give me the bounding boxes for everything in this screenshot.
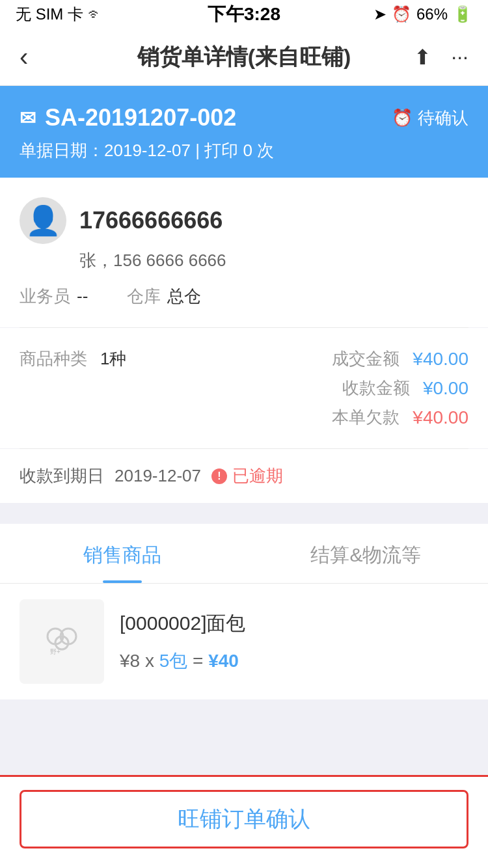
received-amount-row: 收款金额 ¥0.00 [342, 377, 468, 400]
unit-price: ¥8 [120, 651, 140, 671]
overdue-dot-icon: ! [211, 468, 227, 484]
confirm-order-button[interactable]: 旺铺订单确认 [20, 790, 468, 848]
order-banner: ✉ SA-20191207-002 ⏰ 待确认 单据日期：2019-12-07 … [0, 86, 488, 178]
product-quantity: 5包 [159, 651, 188, 671]
customer-contact: 张，156 6666 6666 [79, 249, 468, 272]
location-icon: ➤ [373, 5, 386, 23]
warehouse-label: 仓库 [127, 285, 161, 308]
no-sim-text: 无 SIM 卡 ᯤ [16, 4, 103, 25]
svg-text:野+: 野+ [50, 648, 61, 655]
due-date-value: 2019-12-07 [115, 466, 201, 486]
due-date-label: 收款到期日 [20, 465, 104, 487]
order-status: ⏰ 待确认 [392, 107, 468, 129]
customer-phone: 17666666666 [79, 207, 223, 234]
order-id: ✉ SA-20191207-002 [20, 104, 236, 131]
salesperson-label: 业务员 [20, 285, 70, 308]
svg-point-2 [55, 636, 68, 649]
envelope-icon: ✉ [20, 107, 36, 129]
user-icon: 👤 [25, 204, 61, 237]
tab-products[interactable]: 销售商品 [0, 524, 244, 583]
price-multiply: x [145, 651, 159, 671]
tab-settlement-label: 结算&物流等 [310, 544, 421, 565]
customer-section: 👤 17666666666 张，156 6666 6666 业务员 -- 仓库 … [0, 178, 488, 327]
deal-amount-row: 成交金额 ¥40.00 [332, 347, 468, 370]
confirm-button-wrap: 旺铺订单确认 [0, 775, 488, 868]
page-title: 销货单详情(来自旺铺) [137, 42, 351, 72]
status-text: 待确认 [418, 107, 468, 129]
nav-actions: ⬆ ··· [414, 45, 468, 70]
back-button[interactable]: ‹ [20, 42, 41, 72]
product-details: [0000002]面包 ¥8 x 5包 = ¥40 [120, 610, 468, 673]
summary-section: 商品种类 1种 成交金额 ¥40.00 收款金额 ¥0.00 本单欠款 ¥40.… [0, 328, 488, 448]
salesperson-field: 业务员 -- [20, 285, 88, 308]
warehouse-field: 仓库 总仓 [127, 285, 201, 308]
customer-meta: 业务员 -- 仓库 总仓 [20, 285, 468, 308]
owed-amount-label: 本单欠款 [332, 406, 400, 429]
due-date-section: 收款到期日 2019-12-07 ! 已逾期 [0, 449, 488, 503]
more-icon[interactable]: ··· [451, 45, 468, 69]
tab-products-label: 销售商品 [83, 544, 161, 565]
price-equals: = [193, 651, 208, 671]
avatar: 👤 [20, 197, 66, 244]
order-date: 单据日期：2019-12-07 | 打印 0 次 [20, 139, 468, 162]
category-info: 商品种类 1种 [20, 347, 332, 370]
received-amount-value: ¥0.00 [423, 378, 468, 399]
product-thumbnail: 野+ [20, 599, 104, 684]
deal-amount-value: ¥40.00 [413, 349, 468, 370]
overdue-badge: ! 已逾期 [211, 465, 283, 487]
product-price: ¥8 x 5包 = ¥40 [120, 649, 468, 673]
banner-top: ✉ SA-20191207-002 ⏰ 待确认 [20, 104, 468, 131]
status-bar: 无 SIM 卡 ᯤ 下午3:28 ➤ ⏰ 66% 🔋 [0, 0, 488, 29]
clock-icon: ⏰ [392, 108, 413, 128]
section-divider-3 [0, 503, 488, 513]
amounts-info: 成交金额 ¥40.00 收款金额 ¥0.00 本单欠款 ¥40.00 [332, 347, 468, 429]
received-amount-label: 收款金额 [342, 377, 410, 400]
owed-amount-row: 本单欠款 ¥40.00 [332, 406, 468, 429]
status-left: 无 SIM 卡 ᯤ [16, 4, 103, 25]
overdue-text: 已逾期 [232, 465, 283, 487]
category-label: 商品种类 [20, 347, 87, 370]
product-thumb-logo: 野+ [36, 620, 88, 664]
product-item: 野+ [0000002]面包 ¥8 x 5包 = ¥40 [0, 584, 488, 699]
battery-icon: 🔋 [453, 5, 472, 23]
alarm-icon: ⏰ [392, 5, 411, 23]
salesperson-value: -- [77, 286, 88, 306]
battery-text: 66% [416, 5, 448, 23]
status-time: 下午3:28 [208, 2, 280, 27]
tabs-section: 销售商品 结算&物流等 [0, 524, 488, 584]
product-total: ¥40 [208, 651, 239, 671]
deal-amount-label: 成交金额 [332, 347, 400, 370]
warehouse-value: 总仓 [167, 285, 201, 308]
product-name: [0000002]面包 [120, 610, 468, 637]
order-id-text: SA-20191207-002 [45, 104, 236, 131]
status-right: ➤ ⏰ 66% 🔋 [373, 5, 472, 23]
customer-row: 👤 17666666666 [20, 197, 468, 244]
share-icon[interactable]: ⬆ [414, 45, 431, 70]
category-value: 1种 [100, 347, 126, 370]
nav-bar: ‹ 销货单详情(来自旺铺) ⬆ ··· [0, 29, 488, 86]
owed-amount-value: ¥40.00 [413, 407, 468, 428]
tab-settlement[interactable]: 结算&物流等 [244, 524, 488, 583]
